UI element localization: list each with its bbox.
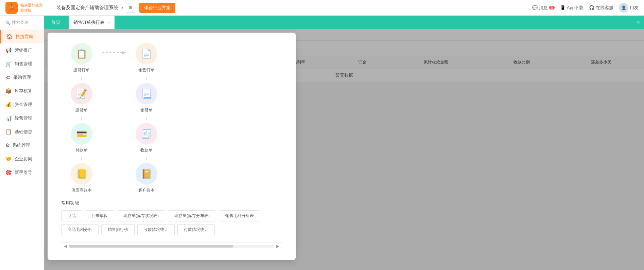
marketing-icon: 📢 <box>5 47 12 53</box>
settings-button[interactable]: ⚙ <box>126 3 135 13</box>
logo-area: 🏃 畅康通好生意 标准版 <box>5 2 50 14</box>
tab-bar: 首页 销售订单执行表 × × <box>44 16 644 29</box>
flow-node-purchase-bill[interactable]: 📝 进货单 <box>61 83 102 113</box>
func-btn-inventory-dist[interactable]: 现存量(库存分布表) <box>168 210 216 221</box>
tab-home[interactable]: 首页 <box>44 16 67 29</box>
home-icon: 🏠 <box>6 34 13 40</box>
func-btn-sales-rank[interactable]: 销售排行榜 <box>101 224 135 235</box>
arrow-down-2: ↓ <box>80 114 83 122</box>
flow-node-purchase-order[interactable]: 📋 进货订单 <box>61 43 102 73</box>
scroll-right-icon[interactable]: ▶ <box>276 244 279 249</box>
sidebar-item-newbie[interactable]: 🎯 新手引导 <box>0 166 44 179</box>
func-btn-payment-stats[interactable]: 付款情况统计 <box>177 224 215 235</box>
arrow-down-6: ↓ <box>145 155 148 162</box>
system-icon: ⚙ <box>5 142 10 148</box>
func-btn-sales-profit[interactable]: 销售毛利分析表 <box>219 210 260 221</box>
purchase-bill-icon: 📝 <box>71 83 92 105</box>
experience-button[interactable]: 体验行业方案 <box>139 3 175 13</box>
user-menu[interactable]: 👤 用友 <box>619 3 639 13</box>
sidebar-item-operation[interactable]: 📊 经营管理 <box>0 111 44 125</box>
page-content: ❓ 帮助 🖨 按模板打印 ▼ 📤 导出 🔄 刷新 <box>44 29 644 270</box>
arrow-down-4: ↓ <box>145 74 148 82</box>
function-buttons: 商品 往来单位 现存量(库存状况表) 现存量(库存分布表) 销售毛利分析表 商品… <box>61 210 282 235</box>
sidebar-search[interactable]: 🔍 搜索菜单 <box>0 16 44 30</box>
sidebar-item-quick-nav[interactable]: 🏠 快捷导航 <box>0 30 44 43</box>
tab-close-icon[interactable]: × <box>108 20 110 24</box>
func-btn-partners[interactable]: 往来单位 <box>85 210 114 221</box>
supplier-icon: 📒 <box>71 163 92 185</box>
phone-icon: 📱 <box>560 5 565 10</box>
customer-label: 客户账本 <box>138 187 155 193</box>
sales-order-label: 销售订单 <box>138 67 155 73</box>
finance-icon: 💰 <box>5 102 12 108</box>
flow-node-sales-bill[interactable]: 📃 销货单 <box>126 83 167 113</box>
logo-icon: 🏃 <box>5 2 18 14</box>
content-area: 首页 销售订单执行表 × × ❓ 帮助 🖨 按模板打印 <box>44 16 644 270</box>
receipt-icon: 🧾 <box>136 123 157 145</box>
arrow-down-3: ↓ <box>80 155 83 162</box>
scroll-track[interactable] <box>69 245 274 248</box>
message-icon: 💬 <box>532 5 538 10</box>
base-info-icon: 📋 <box>5 129 12 135</box>
sales-bill-label: 销货单 <box>140 107 153 113</box>
dropdown-arrow-icon[interactable]: ▼ <box>121 6 124 10</box>
popup-overlay[interactable]: 📋 进货订单 ↓ 📝 进货单 ↓ <box>44 29 644 270</box>
sidebar-item-marketing[interactable]: 📢 营销推广 <box>0 43 44 57</box>
logo-text: 畅康通好生意 标准版 <box>20 3 43 13</box>
common-functions-title: 常用功能 <box>61 200 282 206</box>
flow-node-supplier[interactable]: 📒 供应商账本 <box>61 163 102 193</box>
flow-node-sales-order[interactable]: 📄 销售订单 <box>126 43 167 73</box>
func-btn-goods[interactable]: 商品 <box>61 210 82 221</box>
scroll-thumb <box>69 245 233 248</box>
flow-chart: 📋 进货订单 ↓ 📝 进货单 ↓ <box>61 43 282 193</box>
payment-label: 付款单 <box>75 147 88 153</box>
purchase-bill-label: 进货单 <box>75 107 88 113</box>
operation-icon: 📊 <box>5 115 12 121</box>
arrow-right-1: ▶ <box>102 50 126 55</box>
app-download-button[interactable]: 📱 App下载 <box>560 5 584 11</box>
search-icon: 🔍 <box>5 20 11 25</box>
arrow-down-5: ↓ <box>145 114 148 122</box>
func-btn-goods-profit[interactable]: 商品毛利分析 <box>61 224 99 235</box>
close-all-tabs-button[interactable]: × <box>637 19 640 25</box>
message-button[interactable]: 💬 消息 5 <box>532 5 555 11</box>
sidebar-item-system[interactable]: ⚙ 系统管理 <box>0 139 44 152</box>
system-title: 装备及固定资产辅助管理系统 ▼ <box>56 5 124 11</box>
inventory-icon: 📦 <box>5 88 12 94</box>
sidebar-item-inventory[interactable]: 📦 库存核算 <box>0 84 44 98</box>
flow-right-col: 📄 销售订单 ↓ 📃 销货单 ↓ <box>126 43 167 193</box>
sales-bill-icon: 📃 <box>136 83 157 105</box>
popup-box: 📋 进货订单 ↓ 📝 进货单 ↓ <box>48 33 296 260</box>
sidebar-item-base-info[interactable]: 📋 基础信息 <box>0 125 44 139</box>
newbie-icon: 🎯 <box>5 169 12 176</box>
common-functions: 常用功能 商品 往来单位 现存量(库存状况表) 现存量(库存分布表) 销售毛利分… <box>61 200 282 235</box>
flow-node-customer[interactable]: 📔 客户账本 <box>126 163 167 193</box>
purchase-icon: 🏷 <box>5 75 11 80</box>
purchase-order-label: 进货订单 <box>73 67 90 73</box>
sidebar-item-sales[interactable]: 🛒 销售管理 <box>0 57 44 71</box>
arrow-down-1: ↓ <box>80 74 83 82</box>
tab-sales-order[interactable]: 销售订单执行表 × <box>69 16 115 29</box>
payment-icon: 💳 <box>71 123 92 145</box>
scroll-left-icon[interactable]: ◀ <box>64 244 67 249</box>
top-bar: 🏃 畅康通好生意 标准版 装备及固定资产辅助管理系统 ▼ ⚙ 体验行业方案 💬 … <box>0 0 644 16</box>
func-btn-receipt-stats[interactable]: 收款情况统计 <box>137 224 175 235</box>
flow-left-col: 📋 进货订单 ↓ 📝 进货单 ↓ <box>61 43 102 193</box>
func-btn-inventory-status[interactable]: 现存量(库存状况表) <box>117 210 165 221</box>
purchase-order-icon: 📋 <box>71 43 92 65</box>
sidebar-item-purchase[interactable]: 🏷 采购管理 <box>0 71 44 84</box>
system-name: 装备及固定资产辅助管理系统 <box>56 5 118 11</box>
flow-node-payment[interactable]: 💳 付款单 <box>61 123 102 153</box>
headset-icon: 🎧 <box>589 5 594 10</box>
flow-node-receipt[interactable]: 🧾 收款单 <box>126 123 167 153</box>
app-wrapper: 🏃 畅康通好生意 标准版 装备及固定资产辅助管理系统 ▼ ⚙ 体验行业方案 💬 … <box>0 0 644 270</box>
supplier-label: 供应商账本 <box>71 187 92 193</box>
avatar: 👤 <box>619 3 628 13</box>
online-service-button[interactable]: 🎧 在线客服 <box>589 5 613 11</box>
top-right: 💬 消息 5 📱 App下载 🎧 在线客服 👤 用友 <box>532 3 639 13</box>
sidebar-item-enterprise[interactable]: 🤝 企业协同 <box>0 152 44 166</box>
sidebar-item-finance[interactable]: 💰 资金管理 <box>0 98 44 111</box>
receipt-label: 收款单 <box>140 147 153 153</box>
customer-icon: 📔 <box>136 163 157 185</box>
sales-icon: 🛒 <box>5 61 12 67</box>
